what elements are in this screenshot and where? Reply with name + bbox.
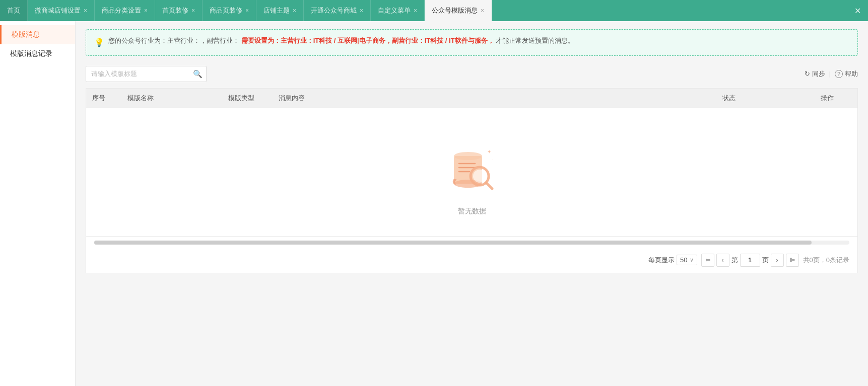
sidebar: 模版消息 模版消息记录: [0, 21, 76, 386]
th-content: 消息内容: [273, 89, 716, 108]
tab-shop-settings[interactable]: 微商城店铺设置 ×: [28, 0, 95, 21]
tab-template-message-label: 公众号模版消息: [432, 6, 478, 15]
tab-home[interactable]: 首页: [0, 0, 28, 21]
sidebar-item-template-message-records-label: 模版消息记录: [10, 49, 52, 57]
search-input[interactable]: [86, 66, 207, 82]
tab-home-decoration-close[interactable]: ×: [191, 8, 195, 14]
tab-product-decoration-label: 商品页装修: [210, 6, 242, 15]
page-size-select: 每页显示 50 ∨: [648, 255, 697, 265]
tab-store-theme-close[interactable]: ×: [293, 8, 296, 14]
tab-home-label: 首页: [7, 6, 20, 15]
table-header: 序号 模版名称 模版类型 消息内容 状态 操作: [86, 89, 857, 108]
svg-text:·: ·: [492, 158, 493, 162]
tab-category-settings[interactable]: 商品分类设置 ×: [95, 0, 155, 21]
page-size-label: 每页显示: [648, 256, 675, 265]
tab-bar: 首页 微商城店铺设置 × 商品分类设置 × 首页装修 × 商品页装修 × 店铺主…: [0, 0, 868, 21]
tab-custom-menu[interactable]: 自定义菜单 ×: [371, 0, 425, 21]
help-button[interactable]: ? 帮助: [835, 69, 858, 79]
chevron-down-icon: ∨: [690, 257, 694, 263]
svg-line-8: [486, 183, 492, 189]
page-size-dropdown[interactable]: 50 ∨: [677, 255, 697, 265]
search-button[interactable]: 🔍: [193, 69, 203, 79]
page-number-input[interactable]: [740, 254, 760, 267]
th-status: 状态: [716, 89, 797, 108]
toolbar-right: ↻ 同步 | ? 帮助: [805, 69, 858, 79]
search-bar: 🔍 ↻ 同步 | ? 帮助: [86, 66, 858, 82]
th-name: 模版名称: [121, 89, 222, 108]
tab-home-decoration-label: 首页装修: [162, 6, 188, 15]
pagination: 每页显示 50 ∨ ⊨ ‹ 第 页 › ⊫ 共0页，0条记录: [86, 249, 857, 273]
notice-suffix: 才能正常发送预置的消息。: [496, 37, 574, 44]
th-action: 操作: [797, 89, 857, 108]
prev-page-button[interactable]: ‹: [716, 254, 729, 267]
page-navigation: ⊨ ‹ 第 页 › ⊫: [701, 254, 799, 267]
notice-icon: 💡: [94, 36, 104, 49]
empty-illustration: ✦ ·: [442, 138, 502, 199]
tab-template-message-close[interactable]: ×: [481, 8, 484, 14]
scroll-track-wrap: [86, 236, 857, 249]
help-icon: ?: [835, 70, 843, 78]
tab-open-mall[interactable]: 开通公众号商城 ×: [304, 0, 371, 21]
toolbar-divider: |: [829, 70, 831, 78]
sidebar-item-template-message-records[interactable]: 模版消息记录: [0, 44, 75, 63]
tab-product-decoration-close[interactable]: ×: [245, 8, 249, 14]
tab-template-message[interactable]: 公众号模版消息 ×: [425, 0, 492, 21]
notice-text: 您的公众号行业为：主营行业：，副营行业： 需要设置为：主营行业：IT科技 / 互…: [108, 36, 574, 46]
tab-shop-settings-close[interactable]: ×: [84, 8, 87, 14]
tab-shop-settings-label: 微商城店铺设置: [35, 6, 81, 15]
tab-home-decoration[interactable]: 首页装修 ×: [155, 0, 203, 21]
svg-point-7: [473, 170, 486, 183]
sync-button[interactable]: ↻ 同步: [805, 69, 825, 79]
notice-prefix: 您的公众号行业为：主营行业：，副营行业：: [108, 37, 239, 44]
first-page-button[interactable]: ⊨: [701, 254, 714, 267]
help-label: 帮助: [845, 69, 858, 79]
tab-open-mall-close[interactable]: ×: [360, 8, 363, 14]
tab-category-settings-label: 商品分类设置: [102, 6, 141, 15]
page-label: 第: [731, 256, 738, 265]
last-page-button[interactable]: ⊫: [786, 254, 799, 267]
sync-label: 同步: [812, 69, 825, 79]
tab-open-mall-label: 开通公众号商城: [311, 6, 357, 15]
tab-custom-menu-close[interactable]: ×: [414, 8, 417, 14]
sync-icon: ↻: [805, 70, 810, 78]
search-input-wrap: 🔍: [86, 66, 207, 82]
scroll-track[interactable]: [94, 241, 849, 245]
page-suffix: 页: [762, 256, 769, 265]
svg-text:✦: ✦: [487, 149, 491, 155]
tab-store-theme[interactable]: 店铺主题 ×: [256, 0, 304, 21]
page-total-info: 共0页，0条记录: [803, 256, 849, 265]
empty-text: 暂无数据: [458, 207, 486, 216]
tab-category-settings-close[interactable]: ×: [144, 8, 148, 14]
sidebar-item-template-message[interactable]: 模版消息: [0, 25, 75, 44]
notice-highlight: 需要设置为：主营行业：IT科技 / 互联网|电子商务，副营行业：IT科技 / I…: [241, 37, 494, 44]
notice-box: 💡 您的公众号行业为：主营行业：，副营行业： 需要设置为：主营行业：IT科技 /…: [86, 29, 858, 56]
th-seq: 序号: [86, 89, 121, 108]
tab-product-decoration[interactable]: 商品页装修 ×: [203, 0, 256, 21]
page-size-value: 50: [680, 256, 687, 264]
scroll-thumb[interactable]: [94, 241, 812, 245]
empty-state: ✦ · 暂无数据: [86, 108, 857, 236]
content-area: 💡 您的公众号行业为：主营行业：，副营行业： 需要设置为：主营行业：IT科技 /…: [76, 21, 868, 386]
tab-bar-close-all[interactable]: ✕: [847, 6, 868, 16]
data-table: 序号 模版名称 模版类型 消息内容 状态 操作: [86, 88, 858, 273]
tab-store-theme-label: 店铺主题: [263, 6, 290, 15]
th-type: 模版类型: [222, 89, 273, 108]
main-layout: 模版消息 模版消息记录 💡 您的公众号行业为：主营行业：，副营行业： 需要设置为…: [0, 21, 868, 386]
next-page-button[interactable]: ›: [771, 254, 784, 267]
sidebar-item-template-message-label: 模版消息: [12, 30, 40, 38]
tab-custom-menu-label: 自定义菜单: [378, 6, 411, 15]
